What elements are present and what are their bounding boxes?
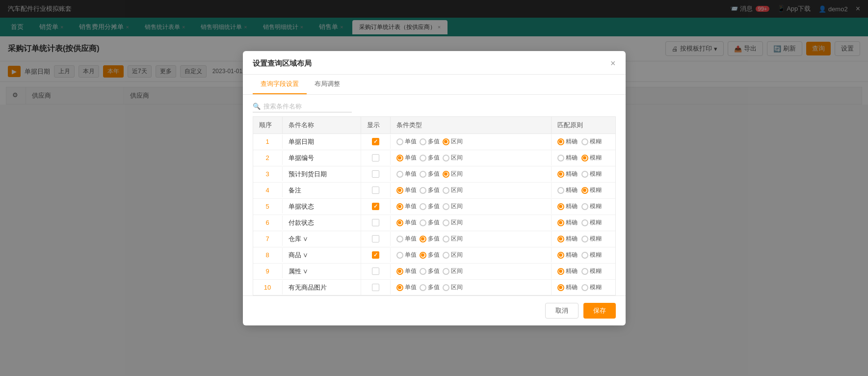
- display-checkbox[interactable]: [372, 268, 379, 275]
- exact-radio[interactable]: 精确: [557, 186, 578, 194]
- table-row: 9 属性 ∨ 单值 多值 区间 精确: [253, 264, 615, 280]
- single-radio[interactable]: 单值: [396, 267, 417, 275]
- exact-radio[interactable]: 精确: [557, 154, 578, 162]
- fuzzy-radio[interactable]: 模糊: [581, 267, 602, 275]
- row-match: 精确 模糊: [552, 199, 615, 214]
- th-order: 顺序: [253, 117, 283, 134]
- row-display: [361, 151, 391, 165]
- exact-radio[interactable]: 精确: [557, 283, 578, 292]
- display-checkbox[interactable]: [372, 154, 379, 161]
- fuzzy-radio[interactable]: 模糊: [581, 137, 602, 146]
- range-radio[interactable]: 区间: [443, 202, 463, 211]
- single-radio[interactable]: 单值: [396, 170, 417, 178]
- single-radio[interactable]: 单值: [396, 202, 417, 211]
- row-cond-type: 单值 多值 区间: [391, 199, 552, 214]
- row-match: 精确 模糊: [552, 215, 615, 230]
- single-radio[interactable]: 单值: [396, 137, 417, 146]
- display-checkbox[interactable]: [372, 284, 379, 291]
- single-radio[interactable]: 单值: [396, 218, 417, 227]
- tab-layout-adjust[interactable]: 布局调整: [307, 75, 348, 94]
- exact-radio[interactable]: 精确: [557, 202, 578, 211]
- exact-radio[interactable]: 精确: [557, 251, 578, 259]
- modal-dialog: 设置查询区域布局 × 查询字段设置 布局调整 🔍 顺序 条件名称 显示 条件类型…: [243, 51, 626, 325]
- multi-radio[interactable]: 多值: [420, 170, 440, 178]
- table-row: 7 仓库 ∨ 单值 多值 区间 精确: [253, 231, 615, 247]
- multi-radio[interactable]: 多值: [420, 283, 440, 292]
- fuzzy-radio[interactable]: 模糊: [581, 186, 602, 194]
- modal-overlay: 设置查询区域布局 × 查询字段设置 布局调整 🔍 顺序 条件名称 显示 条件类型…: [0, 0, 868, 376]
- modal-table-header: 顺序 条件名称 显示 条件类型 匹配原则: [253, 116, 616, 134]
- multi-radio[interactable]: 多值: [420, 267, 440, 275]
- single-radio[interactable]: 单值: [396, 186, 417, 194]
- save-button[interactable]: 保存: [583, 303, 616, 319]
- row-display: [361, 167, 391, 181]
- cancel-button[interactable]: 取消: [545, 303, 579, 319]
- row-cond-type: 单值 多值 区间: [391, 166, 552, 182]
- fuzzy-radio[interactable]: 模糊: [581, 218, 602, 227]
- fuzzy-radio[interactable]: 模糊: [581, 154, 602, 162]
- range-radio[interactable]: 区间: [443, 186, 463, 194]
- fuzzy-radio[interactable]: 模糊: [581, 283, 602, 292]
- tab-query-fields[interactable]: 查询字段设置: [253, 75, 307, 94]
- range-radio[interactable]: 区间: [443, 283, 463, 292]
- modal-tabs: 查询字段设置 布局调整: [243, 75, 626, 95]
- display-checkbox[interactable]: [372, 187, 379, 194]
- modal-close-button[interactable]: ×: [610, 59, 616, 68]
- multi-radio[interactable]: 多值: [420, 235, 440, 243]
- row-order: 3: [253, 167, 283, 181]
- row-display: [361, 183, 391, 197]
- row-match: 精确 模糊: [552, 150, 615, 165]
- multi-radio[interactable]: 多值: [420, 251, 440, 259]
- multi-radio[interactable]: 多值: [420, 218, 440, 227]
- exact-radio[interactable]: 精确: [557, 218, 578, 227]
- row-order: 1: [253, 134, 283, 149]
- multi-radio[interactable]: 多值: [420, 186, 440, 194]
- display-checkbox[interactable]: [372, 235, 379, 242]
- display-checkbox[interactable]: [372, 219, 379, 226]
- modal-table-body: 1 单据日期 单值 多值 区间 精确: [253, 134, 616, 295]
- row-order: 5: [253, 199, 283, 214]
- fuzzy-radio[interactable]: 模糊: [581, 170, 602, 178]
- modal-title: 设置查询区域布局: [253, 59, 312, 68]
- range-radio[interactable]: 区间: [443, 235, 463, 243]
- fuzzy-radio[interactable]: 模糊: [581, 235, 602, 243]
- search-input[interactable]: [263, 103, 352, 110]
- multi-radio[interactable]: 多值: [420, 202, 440, 211]
- row-match: 精确 模糊: [552, 183, 615, 198]
- exact-radio[interactable]: 精确: [557, 267, 578, 275]
- single-radio[interactable]: 单值: [396, 154, 417, 162]
- single-radio[interactable]: 单值: [396, 235, 417, 243]
- range-radio[interactable]: 区间: [443, 267, 463, 275]
- table-row: 6 付款状态 单值 多值 区间 精确: [253, 215, 615, 231]
- fuzzy-radio[interactable]: 模糊: [581, 251, 602, 259]
- range-radio[interactable]: 区间: [443, 154, 463, 162]
- row-order: 4: [253, 183, 283, 197]
- exact-radio[interactable]: 精确: [557, 137, 578, 146]
- row-cond-type: 单值 多值 区间: [391, 280, 552, 295]
- modal-table: 顺序 条件名称 显示 条件类型 匹配原则 1 单据日期 单值: [243, 116, 626, 295]
- single-radio[interactable]: 单值: [396, 283, 417, 292]
- row-display: [361, 248, 391, 262]
- exact-radio[interactable]: 精确: [557, 235, 578, 243]
- range-radio[interactable]: 区间: [443, 170, 463, 178]
- table-row: 8 商品 ∨ 单值 多值 区间 精确: [253, 247, 615, 264]
- display-checkbox[interactable]: [372, 203, 379, 210]
- multi-radio[interactable]: 多值: [420, 137, 440, 146]
- row-display: [361, 232, 391, 246]
- range-radio[interactable]: 区间: [443, 251, 463, 259]
- exact-radio[interactable]: 精确: [557, 170, 578, 178]
- display-checkbox[interactable]: [372, 138, 379, 145]
- fuzzy-radio[interactable]: 模糊: [581, 202, 602, 211]
- display-checkbox[interactable]: [372, 170, 379, 178]
- th-match-rule: 匹配原则: [552, 117, 615, 134]
- multi-radio[interactable]: 多值: [420, 154, 440, 162]
- row-match: 精确 模糊: [552, 231, 615, 246]
- range-radio[interactable]: 区间: [443, 218, 463, 227]
- range-radio[interactable]: 区间: [443, 137, 463, 146]
- row-match: 精确 模糊: [552, 134, 615, 149]
- row-cond-type: 单值 多值 区间: [391, 150, 552, 165]
- th-display: 显示: [361, 117, 391, 134]
- single-radio[interactable]: 单值: [396, 251, 417, 259]
- row-order: 8: [253, 248, 283, 262]
- display-checkbox[interactable]: [372, 251, 379, 259]
